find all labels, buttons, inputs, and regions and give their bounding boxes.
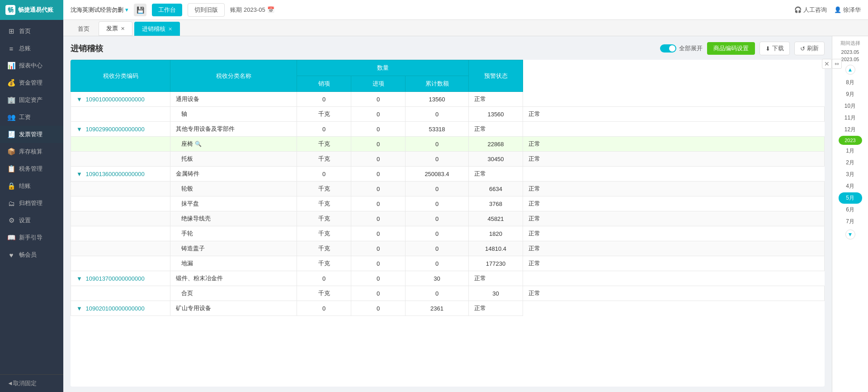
table-row-code — [71, 182, 170, 196]
table-cell-name: 矿山专用设备 — [170, 301, 297, 316]
month-item-8月[interactable]: 8月 — [839, 77, 862, 88]
data-table: 税收分类编码 税收分类名称 数量 预警状态 销项 进项 累计数额 — [71, 60, 825, 387]
sidebar-label-funds: 资金管理 — [19, 79, 42, 87]
assets-icon: 🏢 — [7, 96, 15, 104]
sidebar-item-member[interactable]: ♥ 畅会员 — [0, 246, 63, 263]
table-cell-cumulative: 53318 — [406, 122, 469, 137]
table-cell-unit-sales: 千克 — [297, 226, 351, 241]
sidebar-item-assets[interactable]: 🏢 固定资产 — [0, 91, 63, 109]
table-cell-cumulative: 0 — [406, 226, 469, 241]
sidebar-label-settings: 设置 — [19, 216, 31, 225]
sidebar-item-payroll[interactable]: 👥 工资 — [0, 109, 63, 126]
table-cell-warning: 正常 — [469, 92, 523, 107]
tab-home[interactable]: 首页 — [71, 22, 97, 36]
sidebar-item-invoices[interactable]: 🧾 发票管理 — [0, 126, 63, 143]
toggle-thumb — [669, 45, 675, 52]
month-item-9月[interactable]: 9月 — [839, 89, 862, 100]
panel-expand-button[interactable]: ⇔ — [832, 59, 842, 69]
month-item-2023[interactable]: 2023 — [839, 136, 862, 145]
month-item-7月[interactable]: 7月 — [839, 216, 862, 227]
nav-up-arrow[interactable]: ▲ — [845, 65, 855, 75]
month-item-6月[interactable]: 6月 — [839, 204, 862, 215]
table-row[interactable]: ▼ 109013700000000000 — [71, 271, 170, 286]
sidebar-item-settings[interactable]: ⚙ 设置 — [0, 212, 63, 229]
sidebar-label-archive: 归档管理 — [19, 199, 42, 207]
company-dropdown-icon: ▾ — [125, 6, 128, 13]
month-item-4月[interactable]: 4月 — [839, 181, 862, 192]
refresh-button[interactable]: ↺ 刷新 — [794, 42, 825, 55]
sidebar-pin-toggle[interactable]: ◄取消固定 — [0, 374, 63, 392]
logo-text: 畅捷通易代账 — [18, 6, 53, 14]
nav-down-arrow[interactable]: ▼ — [845, 229, 855, 239]
table-cell-cumulative: 0 — [406, 137, 469, 152]
company-name: 沈海英测试经营勿删 — [71, 6, 123, 14]
table-cell-cumulative2: 30450 — [469, 152, 523, 167]
table-cell-warning: 正常 — [523, 256, 825, 271]
table-cell-cumulative: 0 — [406, 286, 469, 301]
expand-toggle[interactable]: 全部展开 — [660, 44, 703, 53]
tab-invoices-close[interactable]: ✕ — [121, 26, 125, 32]
sidebar-item-funds[interactable]: 💰 资金管理 — [0, 74, 63, 91]
table-row-code — [71, 107, 170, 122]
user-menu[interactable]: 👤 徐泽华 — [834, 6, 861, 14]
table-row[interactable]: ▼ 109029900000000000 — [71, 122, 170, 137]
table-row[interactable]: ▼ 109010000000000000 — [71, 92, 170, 107]
table-row[interactable]: ▼ 109020100000000000 — [71, 301, 170, 316]
period-top-2[interactable]: 2023.05 — [841, 56, 859, 63]
table-row[interactable]: ▼ 109013600000000000 — [71, 167, 170, 182]
table-cell-name: 其他专用设备及零部件 — [170, 122, 297, 137]
table-cell-warning: 正常 — [469, 167, 523, 182]
table-cell-warning: 正常 — [523, 152, 825, 167]
tab-reconcile-close[interactable]: ✕ — [168, 26, 172, 32]
month-item-12月[interactable]: 12月 — [839, 124, 862, 135]
month-item-3月[interactable]: 3月 — [839, 169, 862, 180]
table-cell-warning: 正常 — [523, 226, 825, 241]
sidebar-item-guide[interactable]: 📖 新手引导 — [0, 229, 63, 246]
sidebar-item-inventory[interactable]: 📦 库存核算 — [0, 143, 63, 160]
table-row-code — [71, 211, 170, 226]
table-cell-name: 通用设备 — [170, 92, 297, 107]
table-cell-warning: 正常 — [523, 182, 825, 196]
table-cell-sales: 0 — [297, 301, 351, 316]
month-item-1月[interactable]: 1月 — [839, 145, 862, 157]
month-item-10月[interactable]: 10月 — [839, 100, 862, 112]
sidebar-item-reports[interactable]: 📊 报表中心 — [0, 57, 63, 74]
save-button[interactable]: 💾 — [134, 4, 146, 16]
table-cell-purchase: 0 — [351, 271, 406, 286]
table-cell-cumulative2: 177230 — [469, 256, 523, 271]
panel-nav-up: ▲ — [845, 63, 855, 76]
period-top-1[interactable]: 2023.05 — [841, 48, 859, 56]
table-cell-purchase: 0 — [351, 241, 406, 256]
table-cell-cumulative: 0 — [406, 152, 469, 167]
table-cell-purchase: 0 — [351, 107, 406, 122]
sidebar-item-ledger[interactable]: ≡ 总账 — [0, 40, 63, 57]
table-cell-purchase: 0 — [351, 122, 406, 137]
product-code-settings-button[interactable]: 商品编码设置 — [707, 42, 755, 55]
tab-invoices[interactable]: 发票 ✕ — [99, 21, 132, 36]
table-row-code — [71, 152, 170, 167]
table-cell-cumulative: 0 — [406, 256, 469, 271]
month-item-2月[interactable]: 2月 — [839, 157, 862, 168]
sidebar-item-tax[interactable]: 📋 税务管理 — [0, 160, 63, 177]
sidebar-item-home[interactable]: ⊞ 首页 — [0, 23, 63, 40]
col-cumulative: 累计数额 — [406, 76, 469, 92]
service-button[interactable]: 🎧 人工咨询 — [794, 6, 827, 14]
panel-close-button[interactable]: ✕ — [822, 59, 832, 69]
tab-reconcile[interactable]: 进销稽核 ✕ — [134, 22, 180, 36]
table-cell-name: 手轮 — [170, 226, 297, 241]
month-item-11月[interactable]: 11月 — [839, 112, 862, 124]
sidebar-item-close[interactable]: 🔒 结账 — [0, 177, 63, 195]
sidebar-label-tax: 税务管理 — [19, 165, 42, 173]
table-cell-purchase: 0 — [351, 301, 406, 316]
col-tax-code: 税收分类编码 — [71, 60, 170, 92]
toggle-track[interactable] — [660, 44, 676, 53]
period-selector[interactable]: 账期 2023-05 📅 — [230, 6, 274, 14]
download-button[interactable]: ⬇ 下载 — [760, 42, 790, 55]
month-item-5月[interactable]: 5月 — [839, 192, 862, 204]
company-selector[interactable]: 沈海英测试经营勿删 ▾ — [71, 6, 128, 14]
switch-version-button[interactable]: 切到旧版 — [188, 3, 225, 17]
table-cell-unit-sales: 千克 — [297, 241, 351, 256]
workspace-button[interactable]: 工作台 — [152, 4, 182, 16]
inventory-icon: 📦 — [7, 148, 15, 156]
sidebar-item-archive[interactable]: 🗂 归档管理 — [0, 195, 63, 212]
